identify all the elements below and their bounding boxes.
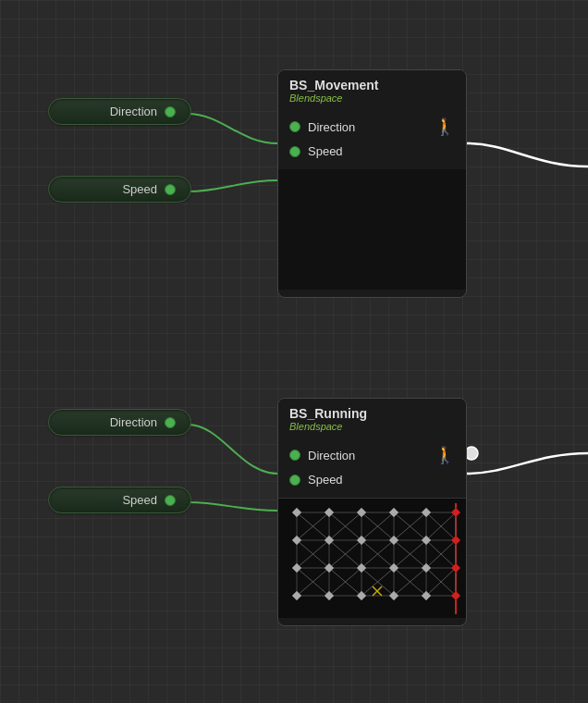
- bottom-speed-pill: Speed: [48, 487, 191, 513]
- top-direction-pill: Direction: [48, 98, 191, 125]
- bs-running-speed-dot: [289, 475, 300, 486]
- bs-running-direction-pin: Direction 🚶: [278, 441, 466, 469]
- top-direction-output-dot: [165, 106, 176, 117]
- bottom-direction-pill: Direction: [48, 409, 191, 436]
- bs-running-speed-label: Speed: [308, 473, 343, 487]
- bs-movement-direction-pin: Direction 🚶: [278, 113, 466, 141]
- bs-movement-header: BS_Movement Blendspace: [278, 70, 466, 107]
- bs-movement-body: Direction 🚶 Speed: [278, 107, 466, 297]
- bs-running-direction-label: Direction: [308, 449, 355, 462]
- bs-running-direction-dot: [289, 450, 300, 461]
- top-speed-pill: Speed: [48, 176, 191, 203]
- bs-movement-speed-dot: [289, 146, 300, 157]
- bs-movement-speed-pin: Speed: [278, 141, 466, 162]
- top-speed-output-dot: [165, 184, 176, 195]
- bs-movement-preview: [278, 169, 466, 290]
- bs-running-speed-pin: Speed: [278, 469, 466, 490]
- bs-movement-direction-label: Direction: [308, 120, 355, 134]
- bottom-direction-output-dot: [165, 417, 176, 428]
- bs-movement-speed-label: Speed: [308, 144, 343, 158]
- bs-movement-subtitle: Blendspace: [289, 92, 455, 104]
- bs-running-subtitle: Blendspace: [289, 421, 455, 432]
- bottom-speed-output-dot: [165, 495, 176, 506]
- top-direction-label: Direction: [64, 105, 165, 118]
- person-icon-movement: 🚶: [435, 117, 455, 137]
- bs-movement-title: BS_Movement: [289, 78, 455, 92]
- person-icon-running: 🚶: [435, 445, 455, 465]
- bs-running-preview: [278, 498, 466, 618]
- bs-running-header: BS_Running Blendspace: [278, 399, 466, 436]
- bs-running-body: Direction 🚶 Speed: [278, 436, 466, 625]
- bs-running-node: BS_Running Blendspace Direction 🚶 Speed: [277, 398, 467, 626]
- bs-movement-node: BS_Movement Blendspace Direction 🚶 Speed: [277, 69, 467, 298]
- svg-point-0: [465, 447, 478, 460]
- bs-running-title: BS_Running: [289, 406, 455, 421]
- bottom-speed-label: Speed: [64, 493, 165, 507]
- bottom-direction-label: Direction: [64, 415, 165, 429]
- top-speed-label: Speed: [64, 182, 165, 196]
- bs-movement-direction-dot: [289, 121, 300, 132]
